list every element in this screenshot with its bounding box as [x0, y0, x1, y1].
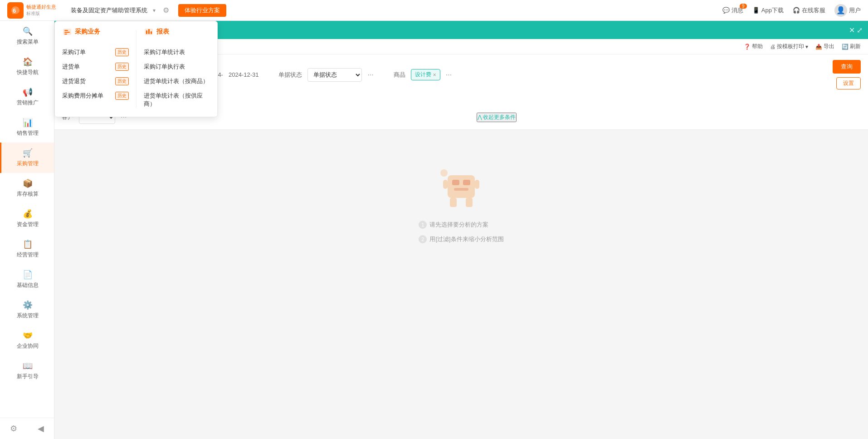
export-btn[interactable]: 📤 导出 — [815, 43, 834, 50]
sidebar-item-label: 快捷导航 — [17, 69, 39, 76]
query-btn[interactable]: 查询 — [833, 60, 861, 74]
sidebar-collapse-btn[interactable]: ◀ — [38, 424, 44, 434]
report-col-title: 报表 — [144, 27, 210, 39]
logo-area: 6 畅捷通好生意 标准版 — [7, 2, 62, 19]
user-btn[interactable]: 👤 用户 — [834, 4, 861, 17]
collapse-btn-container: ⋀ 收起更多条件 — [132, 113, 861, 122]
logo-text-block: 畅捷通好生意 标准版 — [26, 4, 56, 16]
export-label: 导出 — [824, 43, 834, 50]
topbar: 6 畅捷通好生意 标准版 装备及固定资产辅助管理系统 ▾ ⚙ 体验行业方案 💬 … — [0, 0, 868, 21]
tip-num-1: 1 — [419, 221, 427, 229]
svg-rect-4 — [454, 188, 468, 191]
sidebar-item-quick-nav[interactable]: 🏠 快捷导航 — [0, 51, 54, 82]
date-range-end: 2024-12-31 — [229, 71, 259, 78]
book-icon: 📖 — [23, 361, 33, 371]
system-dropdown-icon[interactable]: ▾ — [153, 7, 156, 14]
dropdown-item-expense[interactable]: 采购费用分摊单 历史 — [62, 89, 129, 103]
main-layout: 🔍 搜索菜单 🏠 快捷导航 📢 营销推广 📊 销售管理 🛒 采购管理 📦 库存核… — [0, 21, 868, 439]
dropdown-item-label: 采购订单统计表 — [144, 48, 185, 56]
sidebar-item-purchase[interactable]: 🛒 采购管理 — [0, 143, 54, 173]
sidebar-item-label: 库存核算 — [17, 190, 39, 198]
dropdown-item-label: 进货单统计表（按商品） — [144, 77, 209, 85]
collapse-label: 收起更多条件 — [483, 113, 516, 121]
svg-point-9 — [440, 169, 448, 177]
clipboard-icon: 📋 — [23, 239, 33, 249]
online-service-btn[interactable]: 🎧 在线客服 — [793, 6, 825, 15]
report-col-icon — [144, 27, 154, 37]
document-icon: 📄 — [23, 270, 33, 280]
goods-tag-text: 设计费 — [415, 71, 431, 79]
box-icon: 📦 — [23, 178, 33, 188]
print-dropdown-icon: ▾ — [805, 44, 808, 50]
refresh-icon: 🔄 — [842, 44, 848, 50]
gear-icon: ⚙️ — [23, 300, 33, 310]
message-btn[interactable]: 💬 消息 9 — [722, 6, 743, 15]
settings-icon[interactable]: ⚙ — [163, 6, 169, 15]
empty-state-illustration — [434, 166, 488, 212]
dropdown-item-label: 采购费用分摊单 — [62, 92, 103, 100]
dropdown-item-report-2[interactable]: 进货单统计表（按商品） — [144, 74, 210, 89]
sidebar-item-finance[interactable]: 💰 资金管理 — [0, 203, 54, 234]
user-label: 用户 — [849, 6, 861, 15]
industry-btn[interactable]: 体验行业方案 — [178, 4, 226, 17]
sidebar-item-basic-info[interactable]: 📄 基础信息 — [0, 264, 54, 295]
voucher-status-select[interactable]: 单据状态 — [307, 68, 362, 82]
set-btn[interactable]: 设置 — [836, 77, 861, 89]
sidebar: 🔍 搜索菜单 🏠 快捷导航 📢 营销推广 📊 销售管理 🛒 采购管理 📦 库存核… — [0, 21, 54, 439]
sidebar-item-guide[interactable]: 📖 新手引导 — [0, 355, 54, 386]
dropdown-item-purchase-order[interactable]: 采购订单 历史 — [62, 45, 129, 59]
report-col-label: 报表 — [156, 28, 169, 36]
goods-filter-tag[interactable]: 设计费 × — [411, 69, 440, 80]
help-btn[interactable]: ❓ 帮助 — [744, 43, 763, 50]
svg-rect-13 — [64, 34, 67, 35]
sidebar-item-operations[interactable]: 📋 经营管理 — [0, 234, 54, 264]
dropdown-item-report-0[interactable]: 采购订单统计表 — [144, 45, 210, 59]
goods-tag-close-icon[interactable]: × — [433, 72, 436, 78]
purchase-col-title: 采购业务 — [62, 27, 129, 39]
refresh-label: 刷新 — [850, 43, 861, 50]
handshake-icon: 🤝 — [23, 330, 33, 340]
tab-close-all-icon[interactable]: ✕ — [849, 26, 855, 35]
search-icon: 🔍 — [23, 26, 33, 36]
svg-rect-6 — [475, 180, 479, 189]
help-icon: ❓ — [744, 44, 751, 50]
logo-sub: 标准版 — [26, 10, 56, 17]
purchase-col-icon — [62, 27, 72, 37]
dropdown-item-inbound[interactable]: 进货单 历史 — [62, 59, 129, 74]
sidebar-item-inventory[interactable]: 📦 库存核算 — [0, 173, 54, 203]
sidebar-item-sales[interactable]: 📊 销售管理 — [0, 112, 54, 143]
sidebar-item-search[interactable]: 🔍 搜索菜单 — [0, 21, 54, 51]
tab-expand-icon[interactable]: ⤢ — [857, 26, 863, 35]
svg-rect-1 — [448, 175, 475, 198]
print-btn[interactable]: 🖨 按模板打印 ▾ — [770, 43, 808, 50]
svg-rect-5 — [443, 180, 448, 189]
empty-state: 1 请先选择要分析的方案 2 用[过滤]条件来缩小分析范围 — [54, 130, 868, 281]
tip-text-2: 用[过滤]条件来缩小分析范围 — [429, 233, 503, 245]
sidebar-item-label: 销售管理 — [17, 129, 39, 137]
sidebar-item-label: 经营管理 — [17, 251, 39, 259]
message-badge: 9 — [740, 4, 747, 9]
goods-group: 商品 — [394, 71, 405, 79]
sidebar-item-label: 资金管理 — [17, 221, 39, 228]
sidebar-item-label: 搜索菜单 — [17, 38, 39, 46]
online-service-label: 在线客服 — [802, 6, 825, 15]
print-label: 按模板打印 — [777, 43, 804, 50]
collapse-icon: ⋀ — [478, 114, 482, 120]
history-badge-3: 历史 — [115, 92, 129, 100]
collapse-btn[interactable]: ⋀ 收起更多条件 — [477, 113, 517, 122]
refresh-btn[interactable]: 🔄 刷新 — [842, 43, 861, 50]
svg-rect-12 — [64, 32, 70, 33]
topbar-right: 💬 消息 9 📱 App下载 🎧 在线客服 👤 用户 — [722, 4, 861, 17]
sidebar-item-marketing[interactable]: 📢 营销推广 — [0, 82, 54, 112]
export-icon: 📤 — [815, 44, 822, 50]
sidebar-settings-btn[interactable]: ⚙ — [10, 424, 17, 434]
dropdown-item-return[interactable]: 进货退货 历史 — [62, 74, 129, 89]
dropdown-item-report-1[interactable]: 采购订单执行表 — [144, 59, 210, 74]
headset-icon: 🎧 — [793, 7, 800, 14]
app-download-btn[interactable]: 📱 App下载 — [752, 6, 784, 15]
tip-num-2: 2 — [419, 235, 427, 243]
sidebar-item-system[interactable]: ⚙️ 系统管理 — [0, 295, 54, 325]
dropdown-item-report-3[interactable]: 进货单统计表（按供应商） — [144, 89, 210, 111]
sidebar-item-enterprise[interactable]: 🤝 企业协同 — [0, 325, 54, 355]
voucher-status-dots: ··· — [367, 71, 373, 79]
